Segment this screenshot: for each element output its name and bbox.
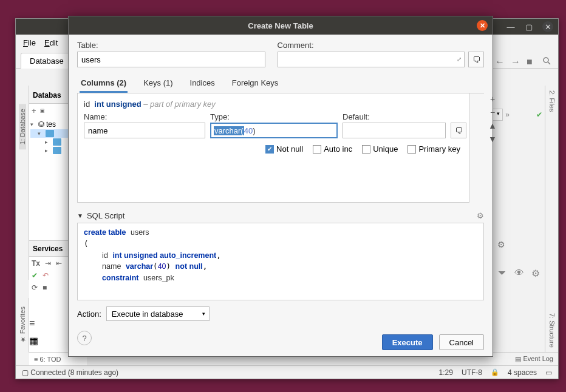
- help-button[interactable]: ?: [77, 331, 92, 345]
- gear-icon[interactable]: ⚙: [531, 268, 540, 279]
- chevron-down-icon: ▼: [77, 212, 83, 219]
- column-options: ✔ Not null Auto inc Unique Primary key: [84, 138, 463, 154]
- action-row: Action: Execute in database: [77, 300, 484, 321]
- type-label: Type:: [210, 112, 338, 121]
- add-column-button[interactable]: +: [487, 93, 498, 104]
- menu-file[interactable]: File: [19, 37, 39, 49]
- checkbox-icon: ✔: [265, 145, 274, 154]
- comment-more-button[interactable]: 🗨: [468, 52, 484, 67]
- chevron-right-icon: ▸: [45, 147, 51, 154]
- status-encoding[interactable]: UTF-8: [462, 368, 482, 377]
- execute-button[interactable]: Execute: [382, 334, 433, 350]
- tab-label: Database: [30, 56, 64, 66]
- column-default-input[interactable]: [343, 123, 446, 138]
- column-name-input[interactable]: [84, 123, 205, 138]
- right-sidebar: 2: Files 7: Structure: [545, 86, 558, 353]
- folder-icon: [53, 147, 61, 154]
- table-name-input[interactable]: [77, 52, 265, 67]
- columns-editor: id int unsigned – part of primary key Na…: [77, 93, 469, 203]
- sql-header[interactable]: ▼ SQL Script ⚙: [77, 209, 484, 223]
- tab-indices[interactable]: Indices: [189, 76, 216, 93]
- action-label: Action:: [77, 309, 101, 319]
- tx-label: Tx: [32, 259, 40, 268]
- column-type-input[interactable]: varchar(40): [210, 123, 338, 138]
- stop-icon[interactable]: ■: [527, 56, 536, 66]
- cancel-button[interactable]: Cancel: [439, 334, 484, 350]
- gear-icon[interactable]: ⚙: [477, 211, 484, 220]
- main-close-button[interactable]: ✕: [542, 21, 553, 32]
- indent-icon[interactable]: ⇥: [45, 259, 51, 268]
- dialog-close-button[interactable]: ✕: [477, 20, 488, 31]
- not-null-checkbox[interactable]: ✔ Not null: [265, 144, 303, 154]
- maximize-button[interactable]: ▢: [524, 22, 534, 32]
- sidebar-structure[interactable]: 7: Structure: [548, 308, 556, 353]
- db-refresh-icon[interactable]: ▣: [40, 108, 45, 113]
- checkbox-icon: [407, 145, 416, 154]
- main-toolbar-right: ← → ■: [495, 56, 552, 66]
- move-down-button[interactable]: ▼: [487, 133, 498, 144]
- name-label: Name:: [84, 112, 205, 121]
- comment-label: Comment:: [278, 41, 484, 50]
- rollback-icon[interactable]: ↶: [43, 271, 49, 280]
- status-bar: ▢ Connected (8 minutes ago) 1:29 UTF-8 🔒…: [16, 365, 558, 379]
- tab-foreign-keys[interactable]: Foreign Keys: [231, 76, 280, 93]
- sql-preview[interactable]: create table users ( id int unsigned aut…: [77, 223, 484, 300]
- search-icon[interactable]: [542, 56, 552, 66]
- minimize-button[interactable]: —: [506, 22, 516, 32]
- status-cursor-pos: 1:29: [439, 368, 453, 377]
- gear-icon[interactable]: ⚙: [497, 240, 540, 249]
- grid-icon[interactable]: ▦: [29, 335, 56, 346]
- svg-point-0: [544, 58, 548, 63]
- col-note: – part of primary key: [143, 100, 216, 109]
- auto-inc-checkbox[interactable]: Auto inc: [313, 144, 352, 154]
- tab-keys[interactable]: Keys (1): [142, 76, 174, 93]
- tab-columns[interactable]: Columns (2): [80, 76, 128, 93]
- existing-column-row[interactable]: id int unsigned – part of primary key: [84, 98, 463, 112]
- tree-label: tes: [46, 120, 56, 129]
- sidebar-favorites[interactable]: ★ Favorites: [18, 302, 26, 348]
- todo-tab[interactable]: ≡ 6: TOD: [34, 356, 61, 363]
- folder-icon: [46, 130, 54, 137]
- left-sidebar: 1: Database: [16, 86, 29, 280]
- back-icon[interactable]: ←: [495, 56, 505, 66]
- db-add-icon[interactable]: +: [32, 106, 36, 115]
- column-more-button[interactable]: 🗨: [451, 123, 466, 138]
- favorites-sidebar: ★ Favorites: [16, 298, 29, 353]
- remove-column-button[interactable]: −: [487, 107, 498, 118]
- sidebar-files[interactable]: 2: Files: [548, 86, 556, 117]
- filter-icon[interactable]: ⏷: [497, 268, 507, 279]
- lock-icon[interactable]: 🔒: [491, 368, 499, 376]
- services-shortcuts: ≡ ▦: [29, 318, 56, 346]
- create-table-dialog: Create New Table ✕ Table: Comment: ⤢ 🗨: [68, 16, 493, 357]
- checkbox-icon: [362, 145, 370, 154]
- commit-icon[interactable]: ✔: [32, 271, 38, 280]
- refresh-icon[interactable]: ⟳: [32, 283, 38, 292]
- sql-section: ▼ SQL Script ⚙ create table users ( id i…: [77, 209, 484, 300]
- unique-checkbox[interactable]: Unique: [362, 144, 398, 154]
- speech-icon: 🗨: [455, 126, 463, 135]
- action-select[interactable]: Execute in database: [106, 306, 210, 321]
- comment-input[interactable]: ⤢: [278, 52, 465, 67]
- chevron-right-icon: ▸: [45, 139, 51, 145]
- overflow-icon[interactable]: »: [505, 110, 510, 119]
- sidebar-database[interactable]: 1: Database: [19, 104, 26, 149]
- outdent-icon[interactable]: ⇤: [56, 259, 62, 268]
- stop-icon[interactable]: ■: [43, 283, 47, 292]
- default-label: Default:: [343, 112, 446, 121]
- primary-key-checkbox[interactable]: Primary key: [407, 144, 460, 154]
- status-icon: ▢: [22, 368, 29, 377]
- expand-icon[interactable]: ⤢: [457, 56, 462, 63]
- svg-line-1: [548, 62, 550, 64]
- event-log-tab[interactable]: ▤ Event Log: [515, 355, 553, 363]
- status-notify-icon[interactable]: ▭: [545, 368, 552, 377]
- speech-icon: 🗨: [472, 55, 480, 64]
- forward-icon[interactable]: →: [511, 56, 520, 66]
- list-icon[interactable]: ≡: [29, 318, 56, 329]
- folder-icon: [53, 138, 61, 146]
- eye-icon[interactable]: 👁: [514, 268, 524, 279]
- tab-database[interactable]: Database: [21, 53, 73, 69]
- move-up-button[interactable]: ▲: [487, 120, 498, 131]
- dialog-title: Create New Table: [248, 21, 313, 30]
- status-indent[interactable]: 4 spaces: [508, 368, 537, 377]
- menu-edit[interactable]: Edit: [41, 37, 61, 49]
